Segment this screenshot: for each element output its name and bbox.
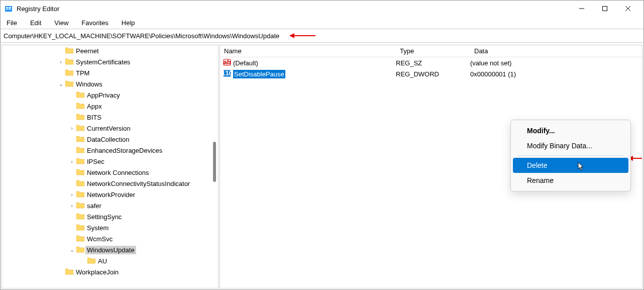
menu-favorites[interactable]: Favorites xyxy=(79,18,110,28)
folder-icon xyxy=(87,257,95,265)
tree-scroll[interactable]: Peernet ›SystemCertificates TPM ⌄Windows… xyxy=(2,45,218,288)
window-title: Registry Editor xyxy=(17,5,570,13)
tree-item[interactable]: System xyxy=(2,222,218,233)
chevron-down-icon[interactable]: ⌄ xyxy=(68,247,75,253)
svg-rect-2 xyxy=(6,9,8,10)
tree-label: Peernet xyxy=(74,47,100,55)
folder-icon xyxy=(76,135,84,144)
tree-item[interactable]: ⌄Windows xyxy=(2,78,218,89)
value-data: (value not set) xyxy=(470,59,571,67)
menu-delete[interactable]: Delete xyxy=(513,158,628,173)
list-panel: Name Type Data ab(Default)REG_SZ(value n… xyxy=(220,45,642,288)
scrollbar-thumb[interactable] xyxy=(213,142,216,182)
value-icon: 110 xyxy=(223,69,231,79)
content: Peernet ›SystemCertificates TPM ⌄Windows… xyxy=(1,44,643,289)
tree-item[interactable]: EnhancedStorageDevices xyxy=(2,145,218,156)
value-data: 0x00000001 (1) xyxy=(470,70,571,78)
tree-item[interactable]: Peernet xyxy=(2,45,218,56)
folder-icon xyxy=(65,80,73,88)
folder-icon xyxy=(76,202,84,210)
menu-edit[interactable]: Edit xyxy=(28,18,43,28)
address-bar[interactable]: Computer\HKEY_LOCAL_MACHINE\SOFTWARE\Pol… xyxy=(1,29,643,43)
folder-icon xyxy=(65,58,73,66)
tree-label: AppPrivacy xyxy=(85,91,122,100)
tree-item[interactable]: AppPrivacy xyxy=(2,89,218,101)
tree-label: NetworkConnectivityStatusIndicator xyxy=(85,179,191,188)
value-type: REG_SZ xyxy=(396,59,470,67)
tree-item[interactable]: AU xyxy=(2,255,218,266)
menu-modify-binary[interactable]: Modify Binary Data... xyxy=(513,138,628,153)
tree-item[interactable]: SettingSync xyxy=(2,211,218,222)
chevron-right-icon[interactable]: › xyxy=(68,191,75,198)
tree-label: IPSec xyxy=(85,157,106,166)
svg-rect-4 xyxy=(9,9,11,10)
svg-rect-6 xyxy=(603,7,607,11)
minimize-button[interactable] xyxy=(570,1,593,17)
chevron-right-icon[interactable]: › xyxy=(68,125,75,131)
tree-label: DataCollection xyxy=(85,135,131,144)
tree-label: AU xyxy=(96,257,109,265)
chevron-right-icon[interactable]: › xyxy=(68,158,75,164)
tree-item[interactable]: BITS xyxy=(2,112,218,123)
chevron-right-icon[interactable]: › xyxy=(68,203,75,209)
tree-item[interactable]: ›SystemCertificates xyxy=(2,56,218,67)
folder-icon xyxy=(65,69,73,77)
folder-icon xyxy=(76,213,84,221)
tree-item[interactable]: ›CurrentVersion xyxy=(2,123,218,134)
menu-help[interactable]: Help xyxy=(120,18,137,28)
tree-item[interactable]: ⌄WindowsUpdate xyxy=(2,244,218,255)
svg-marker-10 xyxy=(289,33,294,38)
tree-item[interactable]: ›IPSec xyxy=(2,156,218,167)
menu-bar: File Edit View Favorites Help xyxy=(1,17,643,29)
folder-icon xyxy=(76,190,84,199)
value-icon: ab xyxy=(223,58,231,68)
cursor-icon xyxy=(578,162,585,172)
close-button[interactable] xyxy=(616,1,639,17)
menu-rename[interactable]: Rename xyxy=(513,173,628,188)
col-data[interactable]: Data xyxy=(470,46,571,56)
folder-icon xyxy=(76,246,84,254)
tree-item[interactable]: Network Connections xyxy=(2,167,218,178)
value-type: REG_DWORD xyxy=(396,70,470,78)
svg-rect-3 xyxy=(9,7,11,8)
tree-label: TPM xyxy=(74,69,91,77)
col-type[interactable]: Type xyxy=(396,46,470,56)
svg-text:110: 110 xyxy=(223,69,231,77)
tree-item[interactable]: Appx xyxy=(2,101,218,112)
tree-panel: Peernet ›SystemCertificates TPM ⌄Windows… xyxy=(2,45,219,288)
tree-label: safer xyxy=(85,202,103,210)
col-name[interactable]: Name xyxy=(220,46,396,56)
tree-label: SystemCertificates xyxy=(74,58,132,66)
tree-item[interactable]: WorkplaceJoin xyxy=(2,266,218,277)
tree-item[interactable]: ›NetworkProvider xyxy=(2,189,218,200)
value-row[interactable]: 110SetDisablePauseREG_DWORD0x00000001 (1… xyxy=(220,68,642,79)
annotation-arrow-icon xyxy=(289,33,315,39)
tree-item[interactable]: ›safer xyxy=(2,200,218,211)
value-row[interactable]: ab(Default)REG_SZ(value not set) xyxy=(220,57,642,68)
tree-item[interactable]: DataCollection xyxy=(2,134,218,145)
tree-label: Appx xyxy=(85,102,103,111)
value-name: (Default) xyxy=(233,59,258,67)
context-menu: Modify... Modify Binary Data... Delete R… xyxy=(510,120,631,191)
tree-item[interactable]: WcmSvc xyxy=(2,233,218,244)
folder-icon xyxy=(76,235,84,243)
tree-label: BITS xyxy=(85,113,103,122)
folder-icon xyxy=(65,268,73,276)
tree-label: CurrentVersion xyxy=(85,124,132,133)
tree-label: WindowsUpdate xyxy=(85,246,136,254)
tree-label: WorkplaceJoin xyxy=(74,268,120,276)
chevron-right-icon[interactable]: › xyxy=(57,59,64,65)
menu-file[interactable]: File xyxy=(5,18,19,28)
chevron-down-icon[interactable]: ⌄ xyxy=(57,81,64,87)
tree-item[interactable]: TPM xyxy=(2,67,218,78)
folder-icon xyxy=(76,124,84,133)
list-headers: Name Type Data xyxy=(220,45,642,57)
tree-item[interactable]: NetworkConnectivityStatusIndicator xyxy=(2,178,218,189)
svg-rect-1 xyxy=(6,7,8,8)
menu-view[interactable]: View xyxy=(52,18,70,28)
tree-label: Windows xyxy=(74,80,104,88)
tree-label: System xyxy=(85,224,110,232)
menu-modify[interactable]: Modify... xyxy=(513,123,628,138)
maximize-button[interactable] xyxy=(593,1,616,17)
value-name: SetDisablePause xyxy=(233,70,285,78)
